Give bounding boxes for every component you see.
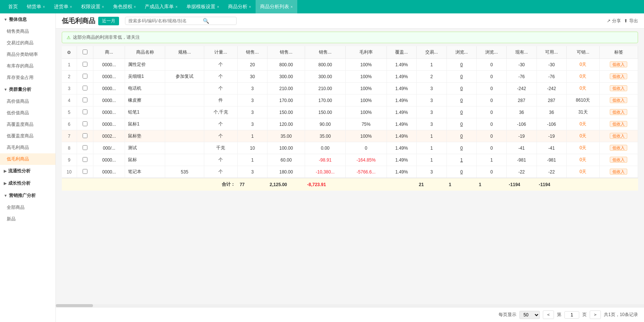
col-saleable[interactable]: 可销... (567, 46, 600, 59)
select-all-checkbox[interactable] (83, 50, 87, 54)
cell-checkbox-6[interactable] (77, 130, 93, 142)
cell-view1-5[interactable]: 0 (446, 118, 477, 130)
sidebar-item-high-value[interactable]: 高价值商品 (0, 96, 55, 107)
col-tag[interactable]: 标签 (599, 46, 638, 59)
sidebar-item-high-margin[interactable]: 高毛利商品 (0, 142, 55, 153)
col-settings[interactable]: ⚙ (62, 46, 77, 59)
col-sale-price[interactable]: 销售... (267, 46, 305, 59)
nav-purchase-order[interactable]: 进货单 × (49, 0, 77, 13)
close-permission-icon[interactable]: × (102, 5, 104, 9)
cell-checkbox-3[interactable] (77, 95, 93, 106)
export-button[interactable]: ⬆ 导出 (624, 18, 638, 24)
row-checkbox-8[interactable] (83, 157, 87, 162)
col-trade-count[interactable]: 交易... (417, 46, 447, 59)
row-checkbox-5[interactable] (83, 121, 87, 126)
nav-product-analysis[interactable]: 商品分析 × (224, 0, 256, 13)
row-checkbox-3[interactable] (83, 98, 87, 102)
sidebar-item-low-margin[interactable]: 低毛利商品 (0, 153, 55, 165)
nav-sales-order[interactable]: 销货单 × (22, 0, 49, 13)
cell-checkbox-4[interactable] (77, 106, 93, 118)
page-input[interactable] (564, 311, 579, 319)
scrollbar-thumb[interactable] (56, 304, 93, 307)
cell-checkbox-7[interactable] (77, 142, 93, 154)
cell-sale-amount-5: 90.00 (305, 118, 345, 130)
cell-view1-9[interactable]: 0 (446, 166, 477, 178)
cell-checkbox-8[interactable] (77, 154, 93, 166)
sidebar-group-cluster[interactable]: ▼ 类群量分析 (0, 83, 55, 96)
nav-home[interactable]: 首页 (4, 0, 22, 13)
col-view1[interactable]: 浏览... (446, 46, 477, 59)
horizontal-scrollbar[interactable] (56, 304, 644, 307)
col-unit[interactable]: 计量... (204, 46, 237, 59)
settings-icon[interactable]: ⚙ (67, 50, 71, 55)
row-checkbox-4[interactable] (83, 109, 87, 114)
cell-view1-7[interactable]: 0 (446, 142, 477, 154)
row-checkbox-0[interactable] (83, 62, 87, 67)
col-coverage[interactable]: 覆盖... (387, 46, 417, 59)
cell-checkbox-0[interactable] (77, 59, 93, 71)
close-analysis-list-icon[interactable]: × (291, 5, 293, 9)
close-template-icon[interactable]: × (217, 5, 219, 9)
row-checkbox-6[interactable] (83, 133, 87, 138)
col-current[interactable]: 现有... (507, 46, 537, 59)
row-checkbox-9[interactable] (83, 169, 87, 174)
sidebar-item-high-coverage[interactable]: 高覆盖度商品 (0, 119, 55, 130)
row-checkbox-1[interactable] (83, 74, 87, 79)
share-button[interactable]: ↗ 分享 (607, 18, 621, 24)
cell-checkbox-9[interactable] (77, 166, 93, 178)
sidebar-item-all-goods[interactable]: 全部商品 (0, 202, 55, 213)
search-input[interactable] (128, 18, 203, 23)
col-sale-amount[interactable]: 销售... (305, 46, 345, 59)
sidebar-group-marketing[interactable]: ▼ 营销推广分析 (0, 189, 55, 202)
nav-permission[interactable]: 权限设置 × (77, 0, 109, 13)
sidebar-item-low-coverage[interactable]: 低覆盖度商品 (0, 130, 55, 142)
close-sales-order-icon[interactable]: × (43, 5, 45, 9)
col-available[interactable]: 可用... (536, 46, 567, 59)
sidebar-item-category-rate[interactable]: 商品分类助销率 (0, 49, 55, 60)
row-num-4: 5 (68, 110, 70, 115)
row-checkbox-2[interactable] (83, 86, 87, 90)
col-gross-rate[interactable]: 毛利率 (346, 46, 387, 59)
col-checkbox[interactable] (77, 46, 93, 59)
col-spec[interactable]: 规格... (165, 46, 204, 59)
sidebar-item-in-stock[interactable]: 有库存的商品 (0, 60, 55, 72)
col-code[interactable]: 商... (93, 46, 125, 59)
sidebar-item-low-value[interactable]: 低价值商品 (0, 107, 55, 119)
cell-sale-qty-5: 3 (237, 118, 267, 130)
row-checkbox-7[interactable] (83, 145, 87, 150)
sidebar-item-inventory-funds[interactable]: 库存资金占用 (0, 72, 55, 83)
cell-view1-2[interactable]: 0 (446, 83, 477, 95)
close-analysis-icon[interactable]: × (249, 5, 251, 9)
nav-product-inbound[interactable]: 产成品入库单 × (140, 0, 182, 13)
sidebar-group-overall[interactable]: ▼ 整体信息 (0, 13, 55, 26)
close-role-auth-icon[interactable]: × (134, 5, 136, 9)
cell-view1-0[interactable]: 0 (446, 59, 477, 71)
sidebar-group-growth[interactable]: ▶ 成长性分析 (0, 177, 55, 189)
nav-template-settings[interactable]: 单据模板设置 × (182, 0, 224, 13)
col-sale-qty[interactable]: 销售... (237, 46, 267, 59)
nav-analysis-list[interactable]: 商品分析列表 × (256, 0, 297, 13)
cell-checkbox-2[interactable] (77, 83, 93, 95)
per-page-select[interactable]: 50 100 200 (519, 311, 540, 319)
prev-page-button[interactable]: ＜ (543, 310, 554, 319)
sidebar-item-traded-goods[interactable]: 交易过的商品 (0, 37, 55, 49)
nav-role-auth[interactable]: 角色授权 × (109, 0, 141, 13)
cell-view1-4[interactable]: 0 (446, 106, 477, 118)
cell-checkbox-1[interactable] (77, 71, 93, 83)
col-view2[interactable]: 浏览... (477, 46, 507, 59)
col-name[interactable]: 商品名称 (125, 46, 165, 59)
cell-view1-6[interactable]: 0 (446, 130, 477, 142)
period-button[interactable]: 近一月 (98, 17, 119, 25)
close-purchase-order-icon[interactable]: × (70, 5, 72, 9)
sidebar-group-circulation[interactable]: ▶ 流通性分析 (0, 165, 55, 177)
cell-checkbox-5[interactable] (77, 118, 93, 130)
cell-view1-1[interactable]: 0 (446, 71, 477, 83)
cell-view1-8[interactable]: 1 (446, 154, 477, 166)
sidebar-item-sales-goods[interactable]: 销售类商品 (0, 26, 55, 37)
cell-code-2: 0000... (93, 83, 125, 95)
sidebar-item-new-goods[interactable]: 新品 (0, 213, 55, 225)
cell-view1-3[interactable]: 0 (446, 95, 477, 106)
search-icon[interactable]: 🔍 (203, 18, 209, 24)
next-page-button[interactable]: ＞ (590, 310, 601, 319)
close-product-inbound-icon[interactable]: × (175, 5, 177, 9)
